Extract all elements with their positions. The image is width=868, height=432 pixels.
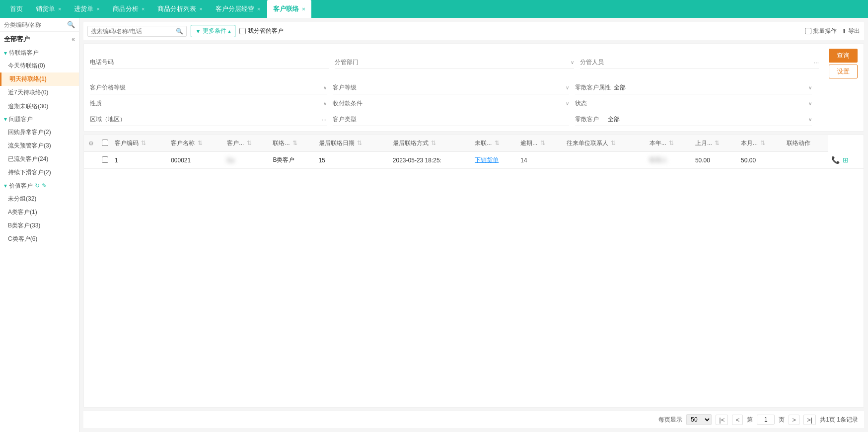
sidebar-item-abnormal-repurchase[interactable]: 回购异常客户(2) [0, 126, 79, 139]
export-button[interactable]: ⬆ 导出 [842, 27, 860, 35]
phone-action-icon[interactable]: 📞 [831, 156, 840, 164]
set-button[interactable]: 设置 [829, 65, 858, 78]
sidebar-item-churned[interactable]: 已流失客户(24) [0, 152, 79, 166]
sort-icon[interactable]: ⇅ [611, 140, 616, 146]
sidebar-item-b-class[interactable]: B类客户(33) [0, 219, 79, 232]
close-icon[interactable]: × [58, 6, 61, 12]
close-icon[interactable]: × [302, 6, 305, 12]
my-customers-checkbox-wrap[interactable]: 我分管的客户 [239, 27, 284, 35]
sort-icon[interactable]: ⇅ [495, 140, 500, 146]
filter-region: 区域（地区） ··· [90, 115, 327, 126]
last-page-button[interactable]: >| [803, 415, 816, 425]
status-label: 状态 [575, 99, 605, 108]
grid-action-icon[interactable]: ⊞ [843, 156, 849, 164]
gender-label: 性质 [90, 99, 120, 108]
col-this-year: 本年... ⇅ [647, 135, 692, 152]
payment-label: 收付款条件 [333, 99, 362, 108]
chevron-down-icon: ∨ [571, 60, 574, 65]
sort-icon[interactable]: ⇅ [760, 140, 765, 146]
sort-icon[interactable]: ⇅ [431, 140, 436, 146]
payment-select[interactable]: ∨ [365, 101, 570, 106]
sort-icon[interactable]: ⇅ [141, 140, 146, 146]
gender-select[interactable]: ∨ [123, 101, 327, 106]
sort-icon[interactable]: ⇅ [540, 140, 545, 146]
sidebar-item-ungrouped[interactable]: 未分组(32) [0, 192, 79, 206]
price-level-label: 客户价格等级 [90, 83, 126, 92]
close-icon[interactable]: × [96, 6, 99, 12]
search-input-wrap: 🔍 [87, 26, 187, 37]
sidebar-item-declining[interactable]: 持续下滑客户(2) [0, 166, 79, 179]
sidebar-item-a-class[interactable]: A类客户(1) [0, 206, 79, 219]
row-last-contact-date: 2023-05-23 18:25: [390, 152, 472, 169]
sort-icon[interactable]: ⇅ [669, 140, 674, 146]
nav-product-analysis[interactable]: 商品分析 × [107, 0, 150, 18]
filter-row-1: 电话号码 分管部门 ∨ 分管人员 ··· [90, 49, 858, 78]
sort-icon[interactable]: ⇅ [198, 140, 203, 146]
sidebar-problem-group[interactable]: ▾ 问题客户 [0, 113, 79, 126]
sidebar-item-churn-warning[interactable]: 流失预警客户(3) [0, 139, 79, 152]
sidebar-item-tomorrow-pending[interactable]: 明天待联络(1) [0, 72, 79, 86]
select-all-checkbox[interactable] [102, 140, 108, 146]
nav-product-analysis-list[interactable]: 商品分析列表 × [151, 0, 208, 18]
sidebar-item-overdue-pending[interactable]: 逾期未联络(30) [0, 100, 79, 113]
sidebar-search-input[interactable] [4, 21, 67, 28]
edit-icon[interactable]: ✎ [42, 182, 47, 189]
retail-attr-select[interactable]: 全部 ∨ [614, 83, 812, 92]
my-customers-checkbox[interactable] [239, 28, 246, 34]
row-checkbox[interactable] [102, 156, 108, 163]
sort-icon[interactable]: ⇅ [715, 140, 720, 146]
price-level-select[interactable]: ∨ [129, 85, 327, 90]
nav-customer-layered[interactable]: 客户分层经营 × [210, 0, 266, 18]
sidebar-all-customers[interactable]: 全部客户 « [0, 32, 79, 47]
select-all-column[interactable] [98, 135, 112, 152]
query-button[interactable]: 查询 [829, 49, 858, 63]
col-customer-code: 客户编码 ⇅ [112, 135, 168, 152]
search-input[interactable] [91, 28, 176, 35]
nav-sales-order[interactable]: 销货单 × [30, 0, 67, 18]
first-page-button[interactable]: |< [716, 415, 728, 425]
customer-table: ⚙ 客户编码 ⇅ 客户名称 ⇅ 客户... ⇅ 联络... ⇅ 最后联络日期 ⇅… [83, 135, 864, 408]
filter-price-level: 客户价格等级 ∨ [90, 83, 327, 94]
contact-method-link[interactable]: 下销货单 [475, 156, 499, 163]
close-icon[interactable]: × [142, 6, 145, 12]
toolbar: 🔍 ▼ 更多条件 ▴ 我分管的客户 批量操作 ⬆ 导出 [83, 22, 864, 40]
retail-customer-select[interactable]: 全部 ∨ [608, 115, 812, 124]
sort-icon[interactable]: ⇅ [357, 140, 362, 146]
sort-icon[interactable]: ⇅ [292, 140, 297, 146]
search-icon[interactable]: 🔍 [176, 28, 183, 35]
sidebar-item-c-class[interactable]: C类客户(6) [0, 232, 79, 246]
close-icon[interactable]: × [257, 6, 260, 12]
more-icon[interactable]: ··· [322, 116, 327, 123]
page-input[interactable] [757, 415, 775, 425]
sidebar-item-today-pending[interactable]: 今天待联络(0) [0, 59, 79, 72]
refresh-icon[interactable]: ↻ [35, 182, 40, 189]
status-select[interactable]: ∨ [608, 101, 812, 106]
search-icon[interactable]: 🔍 [67, 21, 75, 28]
customer-level-select[interactable]: ∨ [365, 85, 570, 90]
nav-customer-contact[interactable]: 客户联络 × [267, 0, 311, 18]
nav-purchase-order[interactable]: 进货单 × [68, 0, 105, 18]
more-icon[interactable]: ··· [814, 59, 819, 66]
retail-customer-label: 零散客户 [575, 115, 605, 124]
col-last-contact-date: 最后联络日期 ⇅ [316, 135, 390, 152]
sidebar-value-group[interactable]: ▾ 价值客户 ↻ ✎ [0, 180, 79, 192]
dept-label: 分管部门 [335, 58, 364, 67]
sidebar-pending-group[interactable]: ▾ 待联络客户 [0, 47, 79, 59]
dept-select[interactable]: ∨ [367, 60, 574, 65]
gear-column[interactable]: ⚙ [84, 135, 98, 152]
close-icon[interactable]: × [199, 6, 202, 12]
per-page-select[interactable]: 50 10 20 100 [686, 414, 712, 425]
main-content: 🔍 ▼ 更多条件 ▴ 我分管的客户 批量操作 ⬆ 导出 [79, 18, 868, 432]
batch-checkbox[interactable] [805, 28, 811, 34]
prev-page-button[interactable]: < [732, 415, 743, 425]
batch-op-button[interactable]: 批量操作 [805, 27, 837, 35]
sort-icon[interactable]: ⇅ [247, 140, 252, 146]
row-checkbox-cell[interactable] [98, 152, 112, 169]
more-filter-button[interactable]: ▼ 更多条件 ▴ [191, 25, 235, 37]
next-page-button[interactable]: > [789, 415, 799, 425]
sidebar-item-7day-pending[interactable]: 近7天待联络(0) [0, 86, 79, 99]
nav-home[interactable]: 首页 [4, 0, 29, 18]
filter-row-2: 客户价格等级 ∨ 客户等级 ∨ 零散客户属性 全部 [90, 83, 858, 94]
pagination: 每页显示 50 10 20 100 |< < 第 页 > >| 共1页 1条记录 [83, 411, 864, 428]
row-contact-count: 15 [316, 152, 390, 169]
